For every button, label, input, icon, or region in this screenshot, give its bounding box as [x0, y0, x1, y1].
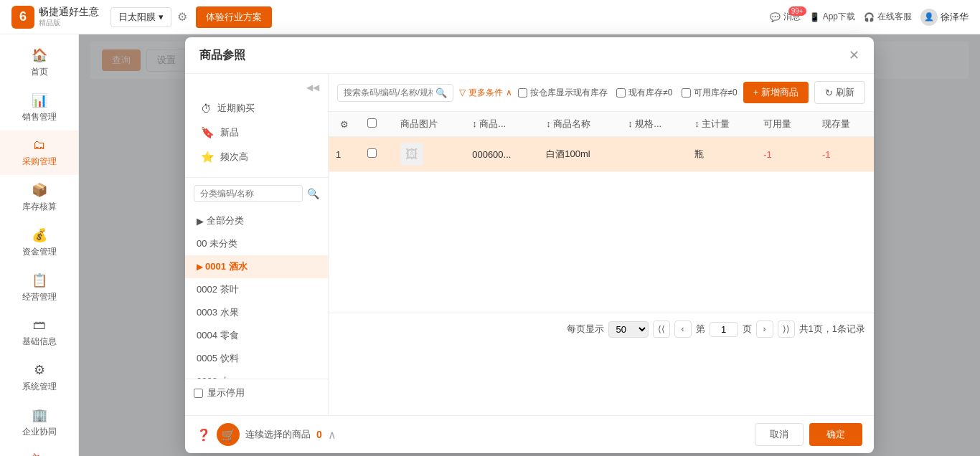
sidebar-item-finance[interactable]: 💰 资金管理 [0, 220, 78, 265]
cat-all[interactable]: ▶ 全部分类 [185, 209, 328, 232]
cat-0003[interactable]: 0003 水果 [185, 301, 328, 324]
collapse-nav-btn[interactable]: ◀◀ [306, 82, 319, 92]
table-row[interactable]: 1 🖼 000600... 白酒100ml [329, 137, 874, 172]
cat-0001-label: 0001 酒水 [205, 260, 248, 273]
checkbox-stock-nonzero[interactable]: 现有库存≠0 [616, 87, 672, 99]
filter-checkboxes: 按仓库显示现有库存 现有库存≠0 可用库存≠0 [518, 87, 738, 99]
col-unit[interactable]: ↕ 主计量 [687, 112, 756, 137]
display-disabled-area: 显示停用 [185, 379, 328, 407]
row-checkbox[interactable] [360, 137, 393, 172]
last-page-btn[interactable]: ⟩⟩ [778, 320, 795, 338]
nav-high-freq[interactable]: ⭐ 频次高 [194, 146, 319, 168]
cat-search-icon[interactable]: 🔍 [307, 188, 319, 199]
cat-0001-arrow: ▶ [197, 262, 202, 272]
messages-badge: 99+ [788, 6, 806, 16]
cancel-btn[interactable]: 取消 [755, 423, 804, 446]
nav-high-freq-label: 频次高 [220, 151, 248, 163]
toolbar-right: + 新增商品 ↻ 刷新 [743, 81, 865, 104]
per-page-label: 每页显示 [567, 323, 604, 336]
checkbox-stock-nonzero-label: 现有库存≠0 [628, 87, 672, 99]
confirm-btn[interactable]: 确定 [809, 423, 862, 446]
select-all-checkbox[interactable] [367, 118, 377, 128]
modal-header: 商品参照 ✕ [185, 37, 874, 74]
cat-0001[interactable]: ▶ 0001 酒水 [185, 255, 328, 278]
prev-page-btn[interactable]: ‹ [674, 320, 692, 338]
checkbox-available-nonzero-input[interactable] [682, 88, 691, 98]
page-input[interactable] [710, 322, 738, 337]
refresh-btn[interactable]: ↻ 刷新 [814, 81, 865, 104]
collapse-cart-icon[interactable]: ∧ [328, 428, 336, 442]
product-toolbar: 🔍 ▽ 更多条件 ∧ 按仓库显示现有库存 [329, 74, 874, 112]
add-product-btn[interactable]: + 新增商品 [743, 82, 809, 103]
sidebar-item-purchase[interactable]: 🗂 采购管理 [0, 130, 78, 175]
finance-icon: 💰 [32, 227, 47, 243]
col-spec[interactable]: ↕ 规格... [621, 112, 687, 137]
display-disabled-checkbox[interactable] [194, 389, 203, 398]
row-unit: 瓶 [687, 137, 756, 172]
checkbox-warehouse-input[interactable] [518, 88, 527, 98]
next-page-btn[interactable]: › [756, 320, 773, 338]
checkbox-warehouse[interactable]: 按仓库显示现有库存 [518, 87, 608, 99]
per-page-select[interactable]: 50 10 20 100 [608, 321, 649, 338]
modal-close-btn[interactable]: ✕ [849, 47, 859, 63]
modal-overlay: 商品参照 ✕ ◀◀ ⏱ 近期购买 [79, 34, 980, 456]
content-area: 查询 设置 刷新 商品参照 ✕ [79, 34, 980, 456]
app-download-btn[interactable]: 📱 App下载 [809, 11, 855, 23]
more-filter-btn[interactable]: ▽ 更多条件 ∧ [459, 87, 512, 99]
filter-up-icon: ∧ [506, 87, 512, 98]
row-code: 000600... [465, 137, 539, 172]
product-image: 🖼 [400, 143, 423, 166]
row-select-checkbox[interactable] [367, 148, 377, 158]
operations-icon: 📋 [32, 272, 47, 288]
cat-0002[interactable]: 0002 茶叶 [185, 278, 328, 301]
sidebar-item-operations[interactable]: 📋 经营管理 [0, 265, 78, 310]
user-area[interactable]: 👤 徐泽华 [920, 9, 969, 26]
product-search-box[interactable]: 🔍 [337, 84, 453, 102]
row-image: 🖼 [393, 137, 465, 172]
refresh-icon: ↻ [825, 87, 833, 98]
checkbox-available-nonzero[interactable]: 可用库存≠0 [682, 87, 738, 99]
sidebar-item-guide[interactable]: 🔖 新手引导 [0, 445, 78, 456]
sidebar-item-inventory[interactable]: 📦 库存核算 [0, 175, 78, 220]
settings-icon[interactable]: ⚙ [177, 10, 187, 24]
cat-0008[interactable]: 0008 水 [185, 370, 328, 379]
footer-actions: 取消 确定 [755, 423, 862, 446]
cat-0004[interactable]: 0004 零食 [185, 324, 328, 347]
store-selector[interactable]: 日太阳膜 ▾ [110, 7, 171, 27]
checkbox-stock-nonzero-input[interactable] [616, 88, 626, 98]
nav-recent-purchase[interactable]: ⏱ 近期购买 [194, 97, 319, 120]
base-info-icon: 🗃 [33, 318, 46, 333]
cart-count: 0 [316, 429, 322, 440]
col-code[interactable]: ↕ 商品... [465, 112, 539, 137]
new-product-icon: 🔖 [201, 126, 215, 139]
col-settings[interactable]: ⚙ [329, 112, 360, 137]
sidebar-item-label-home: 首页 [31, 66, 48, 78]
cat-0005[interactable]: 0005 饮料 [185, 347, 328, 370]
cat-search-input[interactable] [194, 185, 303, 202]
help-icon[interactable]: ❓ [197, 428, 211, 442]
sidebar-item-base-info[interactable]: 🗃 基础信息 [0, 310, 78, 355]
row-stock: -1 [815, 137, 874, 172]
sidebar-item-sales[interactable]: 📊 销售管理 [0, 85, 78, 130]
product-table-area: ⚙ 商品图片 ↕ 商品... ↕ 商品名称 ↕ 规格... ↕ 主计量 可用量 [329, 112, 874, 313]
online-service-label: 在线客服 [877, 11, 912, 23]
messages-btn[interactable]: 💬 消息 99+ [770, 11, 801, 23]
cat-00[interactable]: 00 未分类 [185, 232, 328, 255]
sidebar-item-enterprise[interactable]: 🏢 企业协同 [0, 400, 78, 445]
main-layout: 🏠 首页 📊 销售管理 🗂 采购管理 📦 库存核算 💰 资金管理 📋 经营管理 … [0, 34, 980, 456]
sidebar-item-system[interactable]: ⚙ 系统管理 [0, 355, 78, 400]
first-page-btn[interactable]: ⟨⟨ [653, 320, 670, 338]
cat-all-label: 全部分类 [207, 214, 244, 227]
sidebar-item-home[interactable]: 🏠 首页 [0, 40, 78, 85]
experience-btn[interactable]: 体验行业方案 [196, 6, 272, 28]
left-panel: ◀◀ ⏱ 近期购买 🔖 新品 ⭐ [185, 74, 329, 415]
nav-new-product[interactable]: 🔖 新品 [194, 121, 319, 144]
row-name: 白酒100ml [539, 137, 621, 172]
online-service-btn[interactable]: 🎧 在线客服 [864, 11, 912, 23]
col-stock: 现存量 [815, 112, 874, 137]
product-search-input[interactable] [344, 87, 433, 98]
category-list: ▶ 全部分类 00 未分类 ▶ 0001 酒水 0002 茶 [185, 206, 328, 379]
col-name[interactable]: ↕ 商品名称 [539, 112, 621, 137]
recent-icon: ⏱ [201, 103, 212, 115]
cart-button[interactable]: 🛒 [217, 423, 240, 446]
